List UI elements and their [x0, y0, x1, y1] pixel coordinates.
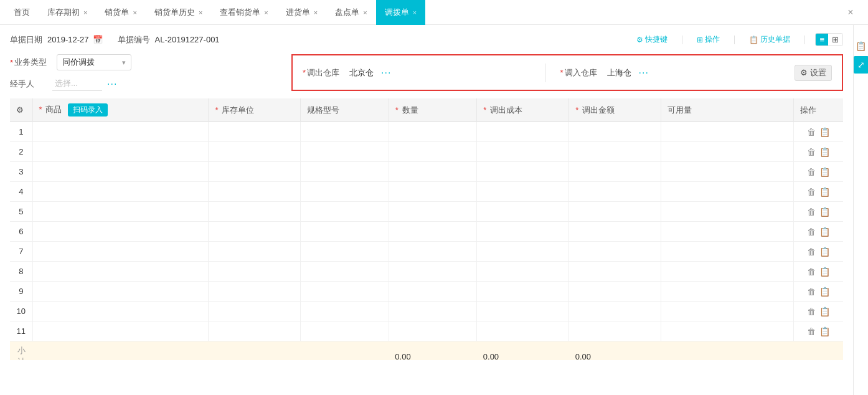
calendar-icon[interactable]: 📅	[93, 35, 103, 44]
delete-icon-5[interactable]: 🗑	[807, 207, 816, 217]
settings-button[interactable]: ⚙ 设置	[795, 65, 832, 81]
cell-quantity-6[interactable]	[389, 222, 476, 242]
cell-amount-7[interactable]	[569, 242, 661, 262]
copy-icon-9[interactable]: 📋	[819, 287, 830, 297]
cell-product-5[interactable]	[32, 202, 209, 222]
tab-close-inventory[interactable]: ×	[363, 9, 367, 16]
cell-cost-1[interactable]	[477, 122, 569, 142]
cell-product-6[interactable]	[32, 222, 209, 242]
cell-cost-11[interactable]	[477, 321, 569, 341]
cell-product-3[interactable]	[32, 162, 209, 182]
cell-cost-10[interactable]	[477, 302, 569, 321]
tab-view-sales[interactable]: 查看销货单 ×	[211, 0, 276, 25]
cell-quantity-3[interactable]	[389, 162, 476, 182]
cell-product-10[interactable]	[32, 302, 209, 321]
copy-icon-8[interactable]: 📋	[819, 267, 830, 277]
sidebar-expand-btn[interactable]: ⤢	[854, 56, 869, 74]
delete-icon-9[interactable]: 🗑	[807, 287, 816, 297]
business-type-dropdown[interactable]: 同价调拨 ▾	[57, 54, 131, 70]
cell-product-11[interactable]	[32, 321, 209, 341]
delete-icon-11[interactable]: 🗑	[807, 326, 816, 336]
cell-spec-4[interactable]	[301, 182, 389, 202]
tab-close-sales-history[interactable]: ×	[199, 9, 202, 16]
copy-icon-2[interactable]: 📋	[819, 147, 830, 157]
shortcut-button[interactable]: ⚙ 快捷键	[632, 32, 672, 47]
cell-product-9[interactable]	[32, 282, 209, 302]
sidebar-list-btn[interactable]: 📋	[854, 37, 869, 55]
cell-unit-6[interactable]	[209, 222, 301, 242]
tab-close-sales-order[interactable]: ×	[133, 9, 136, 16]
person-more-btn[interactable]: ···	[107, 79, 117, 90]
scan-button[interactable]: 扫码录入	[68, 103, 108, 117]
copy-icon-7[interactable]: 📋	[819, 247, 830, 257]
cell-product-4[interactable]	[32, 182, 209, 202]
cell-spec-11[interactable]	[301, 321, 389, 341]
cell-amount-2[interactable]	[569, 142, 661, 162]
cell-unit-8[interactable]	[209, 262, 301, 282]
copy-icon-1[interactable]: 📋	[819, 127, 830, 137]
layout-list-btn[interactable]: ≡	[816, 34, 828, 45]
copy-icon-4[interactable]: 📋	[819, 187, 830, 197]
cell-quantity-5[interactable]	[389, 202, 476, 222]
cell-amount-11[interactable]	[569, 321, 661, 341]
delete-icon-7[interactable]: 🗑	[807, 247, 816, 257]
cell-quantity-2[interactable]	[389, 142, 476, 162]
cell-spec-5[interactable]	[301, 202, 389, 222]
tab-purchase-order[interactable]: 进货单 ×	[277, 0, 326, 25]
cell-cost-2[interactable]	[477, 142, 569, 162]
cell-product-7[interactable]	[32, 242, 209, 262]
window-close-button[interactable]: ×	[838, 0, 863, 25]
cell-spec-10[interactable]	[301, 302, 389, 321]
delete-icon-1[interactable]: 🗑	[807, 127, 816, 137]
cell-unit-4[interactable]	[209, 182, 301, 202]
cell-quantity-7[interactable]	[389, 242, 476, 262]
cell-amount-3[interactable]	[569, 162, 661, 182]
cell-unit-7[interactable]	[209, 242, 301, 262]
cell-unit-2[interactable]	[209, 142, 301, 162]
th-settings[interactable]: ⚙	[10, 98, 32, 122]
cell-product-1[interactable]	[32, 122, 209, 142]
delete-icon-6[interactable]: 🗑	[807, 227, 816, 237]
cell-amount-10[interactable]	[569, 302, 661, 321]
copy-icon-11[interactable]: 📋	[819, 326, 830, 336]
tab-close-transfer[interactable]: ×	[413, 9, 417, 16]
warehouse-in-more-btn[interactable]: ···	[639, 67, 649, 79]
cell-quantity-10[interactable]	[389, 302, 476, 321]
delete-icon-2[interactable]: 🗑	[807, 147, 816, 157]
cell-quantity-9[interactable]	[389, 282, 476, 302]
delete-icon-4[interactable]: 🗑	[807, 187, 816, 197]
copy-icon-5[interactable]: 📋	[819, 207, 830, 217]
cell-quantity-11[interactable]	[389, 321, 476, 341]
delete-icon-8[interactable]: 🗑	[807, 267, 816, 277]
tab-home[interactable]: 首页	[5, 0, 39, 25]
cell-unit-3[interactable]	[209, 162, 301, 182]
cell-product-2[interactable]	[32, 142, 209, 162]
cell-amount-4[interactable]	[569, 182, 661, 202]
warehouse-out-more-btn[interactable]: ···	[381, 67, 391, 79]
tab-inventory-init[interactable]: 库存期初 ×	[39, 0, 96, 25]
tab-close-inventory-init[interactable]: ×	[83, 9, 87, 16]
cell-unit-5[interactable]	[209, 202, 301, 222]
history-button[interactable]: 📋 历史单据	[745, 32, 795, 47]
cell-unit-9[interactable]	[209, 282, 301, 302]
cell-quantity-4[interactable]	[389, 182, 476, 202]
copy-icon-3[interactable]: 📋	[819, 167, 830, 177]
copy-icon-10[interactable]: 📋	[819, 307, 830, 316]
cell-spec-9[interactable]	[301, 282, 389, 302]
tab-transfer[interactable]: 调拨单 ×	[376, 0, 425, 25]
cell-amount-5[interactable]	[569, 202, 661, 222]
delete-icon-10[interactable]: 🗑	[807, 307, 816, 316]
cell-cost-7[interactable]	[477, 242, 569, 262]
cell-spec-1[interactable]	[301, 122, 389, 142]
delete-icon-3[interactable]: 🗑	[807, 167, 816, 177]
cell-unit-1[interactable]	[209, 122, 301, 142]
person-select[interactable]: 选择...	[52, 77, 102, 91]
cell-cost-6[interactable]	[477, 222, 569, 242]
tab-close-purchase-order[interactable]: ×	[314, 9, 318, 16]
tab-inventory[interactable]: 盘点单 ×	[326, 0, 375, 25]
tab-close-view-sales[interactable]: ×	[264, 9, 268, 16]
operations-button[interactable]: ⊞ 操作	[692, 32, 724, 47]
cell-spec-8[interactable]	[301, 262, 389, 282]
cell-unit-11[interactable]	[209, 321, 301, 341]
cell-cost-4[interactable]	[477, 182, 569, 202]
